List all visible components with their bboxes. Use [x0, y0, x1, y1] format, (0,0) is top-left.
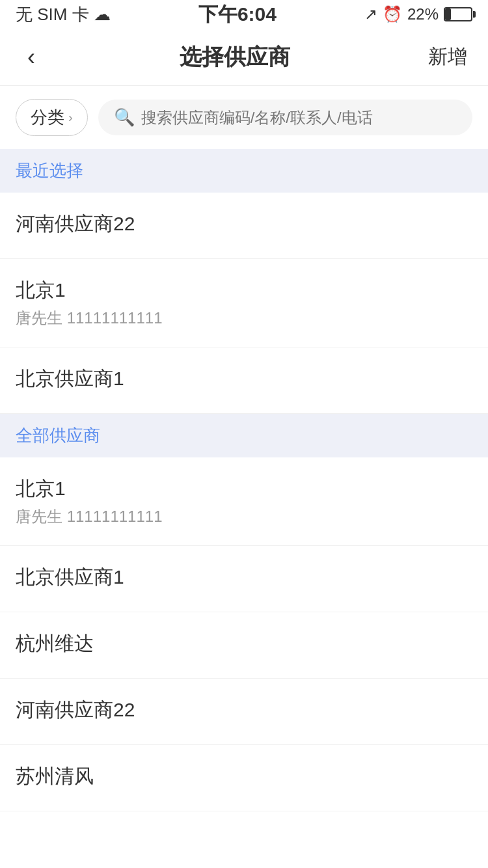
item-name: 北京供应商1: [16, 366, 472, 392]
status-right: ↗ ⏰ 22%: [364, 5, 472, 23]
back-button[interactable]: ‹: [21, 37, 42, 77]
list-item[interactable]: 杭州维达: [0, 612, 488, 679]
recent-items-list: 河南供应商22北京1唐先生 11111111111北京供应商1: [0, 193, 488, 414]
list-item[interactable]: 河南供应商22: [0, 679, 488, 745]
recent-section-label: 最近选择: [16, 161, 83, 180]
list-item[interactable]: 北京1唐先生 11111111111: [0, 457, 488, 546]
battery-icon: [444, 7, 472, 21]
sim-label: 无 SIM 卡 ☁: [16, 3, 111, 26]
nav-bar: ‹ 选择供应商 新增: [0, 29, 488, 86]
all-section-header: 全部供应商: [0, 414, 488, 457]
search-input[interactable]: [141, 109, 457, 127]
item-name: 苏州清风: [16, 763, 472, 790]
item-name: 杭州维达: [16, 631, 472, 657]
status-time: 下午6:04: [198, 1, 277, 28]
item-name: 河南供应商22: [16, 211, 472, 237]
list-item[interactable]: 北京供应商1: [0, 546, 488, 612]
item-sub: 唐先生 11111111111: [16, 506, 472, 527]
recent-section-header: 最近选择: [0, 149, 488, 193]
search-box: 🔍: [98, 100, 472, 135]
filter-bar: 分类 › 🔍: [0, 86, 488, 149]
list-item[interactable]: 北京1唐先生 11111111111: [0, 259, 488, 347]
category-filter[interactable]: 分类 ›: [16, 99, 88, 136]
status-left: 无 SIM 卡 ☁: [16, 3, 111, 26]
page-title: 选择供应商: [180, 42, 290, 72]
list-item[interactable]: 河南供应商22: [0, 193, 488, 259]
search-icon: 🔍: [114, 107, 135, 128]
alarm-icon: ⏰: [383, 5, 402, 23]
list-item[interactable]: 苏州清风: [0, 745, 488, 811]
item-sub: 唐先生 11111111111: [16, 308, 472, 329]
add-button[interactable]: 新增: [428, 44, 467, 70]
item-name: 北京1: [16, 277, 472, 304]
location-icon: ↗: [364, 5, 377, 23]
list-item[interactable]: 北京供应商1: [0, 347, 488, 414]
item-name: 北京1: [16, 476, 472, 502]
category-label: 分类: [31, 106, 64, 129]
status-bar: 无 SIM 卡 ☁ 下午6:04 ↗ ⏰ 22%: [0, 0, 488, 29]
item-name: 北京供应商1: [16, 564, 472, 591]
all-items-list: 北京1唐先生 11111111111北京供应商1杭州维达河南供应商22苏州清风: [0, 457, 488, 811]
item-name: 河南供应商22: [16, 697, 472, 724]
battery-label: 22%: [407, 5, 439, 23]
all-section-label: 全部供应商: [16, 426, 100, 445]
chevron-right-icon: ›: [68, 110, 73, 125]
